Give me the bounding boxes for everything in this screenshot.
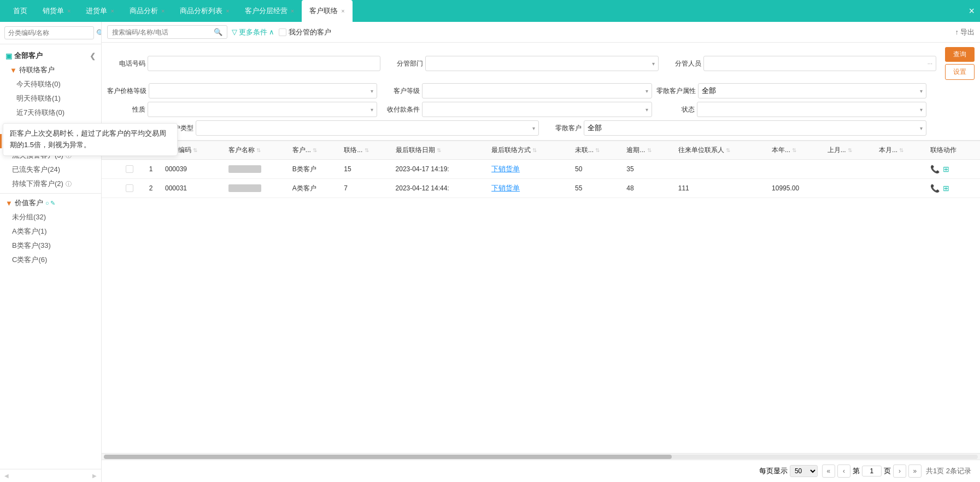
manager-label: 分管人员 (663, 59, 701, 68)
collapse-icon[interactable]: ❮ (90, 52, 96, 60)
price-level-label: 客户价格等级 (107, 86, 146, 96)
row-code[interactable]: 000031 (161, 179, 224, 198)
col-last-date[interactable]: 最后联络日期 ⇅ (391, 141, 488, 160)
settings-button[interactable]: 设置 (945, 64, 975, 80)
row-contact-person: 111 (674, 179, 767, 198)
sort-code-icon: ⇅ (193, 147, 197, 153)
col-this-month[interactable]: 本月... ⇅ (875, 141, 926, 160)
col-name[interactable]: 客户名称 ⇅ (224, 141, 288, 160)
row-settings (102, 179, 121, 198)
filter-payment: 收付款条件 ▾ (382, 102, 652, 117)
phone-action-icon[interactable]: 📞 (930, 165, 940, 173)
next-page-button[interactable]: › (893, 464, 906, 478)
filter-search-icon[interactable]: 🔍 (214, 28, 222, 36)
sidebar-item-today[interactable]: 今天待联络(0) (4, 77, 101, 91)
sidebar-item-class-b[interactable]: B类客户(33) (0, 239, 101, 253)
close-all-tabs-icon[interactable]: × (969, 5, 975, 17)
close-contact-icon[interactable]: × (341, 8, 344, 14)
info-icon-3: ⓘ (66, 180, 72, 188)
nav-item-purchase[interactable]: 进货单 × (78, 0, 121, 22)
nature-select[interactable]: ▾ (148, 102, 377, 117)
row-last-method[interactable]: 下销货单 (487, 179, 571, 198)
first-page-button[interactable]: « (822, 464, 835, 478)
sidebar-item-tomorrow[interactable]: 明天待联络(1) (4, 91, 101, 106)
sidebar-item-7days[interactable]: 近7天待联络(0) (4, 106, 101, 120)
customer-level-select[interactable]: ▾ (422, 83, 652, 98)
sidebar-search-input[interactable] (4, 26, 94, 39)
col-contact[interactable]: 联络... ⇅ (339, 141, 391, 160)
retail-customer-select[interactable]: 全部 ▾ (584, 120, 927, 136)
more-action-icon[interactable]: ⊞ (943, 184, 949, 193)
row-last-method[interactable]: 下销货单 (487, 160, 571, 179)
my-customer-checkbox[interactable]: 我分管的客户 (279, 27, 331, 37)
close-sales-icon[interactable]: × (67, 8, 71, 14)
per-page-select[interactable]: 50 10 20 100 (790, 465, 818, 477)
phone-action-icon[interactable]: 📞 (930, 184, 940, 193)
col-uncontacted[interactable]: 未联... ⇅ (571, 141, 622, 160)
nav-item-analysis[interactable]: 商品分析 × (122, 0, 172, 22)
sidebar-search-button[interactable]: 🔍 (96, 26, 102, 39)
status-select[interactable]: ▾ (697, 102, 926, 117)
dept-select[interactable]: ▾ (425, 56, 658, 71)
horizontal-scrollbar[interactable] (102, 453, 980, 460)
customer-type-select[interactable]: ▾ (196, 120, 539, 136)
more-action-icon[interactable]: ⊞ (943, 165, 949, 173)
row-name[interactable] (224, 179, 288, 198)
chevron-up-icon: ∧ (269, 28, 274, 36)
payment-select[interactable]: ▾ (422, 102, 652, 117)
sidebar-item-class-c[interactable]: C类客户(6) (0, 253, 101, 267)
query-button[interactable]: 查询 (945, 47, 975, 62)
col-last-month[interactable]: 上月... ⇅ (823, 141, 875, 160)
prev-page-button[interactable]: ‹ (837, 464, 850, 478)
my-customer-check[interactable] (279, 28, 286, 36)
close-analysis-icon[interactable]: × (161, 8, 165, 14)
sidebar-item-churned[interactable]: 已流失客户(24) (0, 162, 101, 177)
row-code[interactable]: 000039 (161, 160, 224, 179)
sort-contact-icon: ⇅ (365, 147, 369, 153)
sort-name-icon: ⇅ (256, 147, 261, 153)
current-page-input[interactable] (862, 466, 882, 477)
pending-contact-title[interactable]: ▼ 待联络客户 (4, 63, 101, 77)
table-area[interactable]: ⚙ 客户编码 ⇅ 客户名称 ⇅ 客户... ⇅ 联络... ⇅ 最后联络日期 ⇅… (102, 141, 980, 453)
nav-item-home[interactable]: 首页 (5, 0, 35, 22)
filter-retail-attr: 零散客户属性 全部 ▾ (656, 83, 926, 98)
col-type[interactable]: 客户... ⇅ (288, 141, 339, 160)
row-check[interactable] (126, 165, 133, 173)
price-level-select[interactable]: ▾ (149, 83, 377, 98)
phone-input[interactable] (148, 56, 380, 71)
edit-icon[interactable]: ○ (45, 200, 49, 206)
row-checkbox[interactable] (121, 179, 141, 198)
row-checkbox[interactable] (121, 160, 141, 179)
sidebar-item-ungrouped[interactable]: 未分组(32) (0, 210, 101, 224)
col-overdue[interactable]: 逾期... ⇅ (622, 141, 673, 160)
sidebar-all-customers[interactable]: ▣ 全部客户 ❮ (0, 49, 101, 63)
nav-item-analysis-list[interactable]: 商品分析列表 × (172, 0, 237, 22)
row-contact-person (674, 160, 767, 179)
col-contact-person[interactable]: 往来单位联系人 ⇅ (674, 141, 767, 160)
edit2-icon[interactable]: ✎ (50, 200, 55, 207)
row-this-year: 10995.00 (767, 179, 823, 198)
nav-item-customer-tier[interactable]: 客户分层经营 × (237, 0, 302, 22)
sidebar-item-declining[interactable]: 持续下滑客户(2) ⓘ (0, 177, 101, 191)
sidebar-scroll-right[interactable]: ▶ (92, 473, 97, 479)
more-filters-button[interactable]: ▽ 更多条件 ∧ (232, 27, 274, 37)
filter-search-input[interactable] (112, 28, 212, 36)
col-last-method[interactable]: 最后联络方式 ⇅ (487, 141, 571, 160)
col-this-year[interactable]: 本年... ⇅ (767, 141, 823, 160)
last-page-button[interactable]: » (908, 464, 922, 478)
close-analysis-list-icon[interactable]: × (226, 8, 229, 14)
nav-item-customer-contact[interactable]: 客户联络 × (302, 0, 352, 22)
value-group-header[interactable]: ▼ 价值客户 ○ ✎ (0, 196, 101, 210)
export-button[interactable]: ↑ 导出 (955, 27, 975, 37)
sidebar-scroll-left[interactable]: ◀ (4, 473, 9, 479)
close-purchase-icon[interactable]: × (110, 8, 114, 14)
scrollbar-thumb[interactable] (104, 455, 672, 459)
sidebar-item-class-a[interactable]: A类客户(1) (0, 224, 101, 239)
close-tier-icon[interactable]: × (291, 8, 294, 14)
manager-select[interactable]: ··· (703, 56, 936, 71)
row-check[interactable] (126, 184, 133, 192)
row-name[interactable] (224, 160, 288, 179)
nav-item-sales[interactable]: 销货单 × (35, 0, 78, 22)
retail-attr-select[interactable]: 全部 ▾ (698, 83, 926, 98)
top-nav: 首页 销货单 × 进货单 × 商品分析 × 商品分析列表 × 客户分层经营 × … (0, 0, 980, 22)
